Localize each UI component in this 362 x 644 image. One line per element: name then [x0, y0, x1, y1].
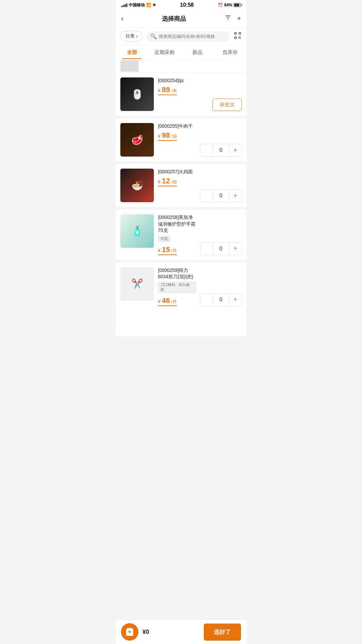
- product-price-0000257: ¥ 12 /袋: [158, 177, 196, 186]
- qty-minus-0000258[interactable]: [200, 243, 213, 255]
- product-img-0000259: ✂️: [120, 267, 154, 301]
- search-input-wrap: 🔍: [146, 31, 230, 42]
- product-price-0000259: ¥ 46 /件: [158, 296, 196, 306]
- product-action-0000257: 0 +: [200, 189, 242, 202]
- tab-negative[interactable]: 负库存: [214, 45, 247, 59]
- product-name-0000259: [0000259]得力6034剪刀(混)(把): [158, 267, 196, 280]
- qty-plus-0000258[interactable]: +: [229, 243, 241, 255]
- product-action-0000254: 录批次: [213, 99, 242, 111]
- qty-minus-0000257[interactable]: [200, 190, 213, 202]
- cart-total: ¥0: [142, 629, 200, 636]
- product-img-0000257: 🍜: [120, 169, 154, 202]
- product-item-0000258: 🧴 [0000258]美加净滋润修护型护手霜75克 75克 ¥ 15 /件 0 …: [116, 210, 246, 260]
- status-time: 10:58: [180, 2, 194, 8]
- svg-rect-4: [239, 33, 241, 34]
- qty-value-0000257: 0: [213, 191, 229, 201]
- product-name-0000258: [0000258]美加净滋润修护型护手霜75克: [158, 214, 196, 234]
- carrier-label: 中国移动: [129, 2, 145, 8]
- product-item-0000259: ✂️ [0000259]得力6034剪刀(混)(把) 刀口锋利、经久耐用、 ¥ …: [116, 262, 246, 336]
- qty-plus-0000257[interactable]: +: [229, 190, 241, 202]
- search-row: 分类 › 🔍: [116, 27, 246, 45]
- product-info-0000254: [0000254]qs ¥ 89 /米: [158, 77, 208, 95]
- sync-icon: ✳: [153, 3, 156, 7]
- signal-icon: [121, 3, 127, 7]
- product-img-0000258: 🧴: [120, 214, 154, 248]
- product-name-0000255: [0000255]牛肉干: [158, 123, 196, 130]
- qty-stepper-0000258: 0 +: [200, 242, 242, 255]
- qty-minus-0000259[interactable]: [200, 294, 213, 306]
- product-info-0000259: [0000259]得力6034剪刀(混)(把) 刀口锋利、经久耐用、 ¥ 46 …: [158, 267, 196, 306]
- product-action-0000259: 0 +: [200, 293, 242, 306]
- add-button[interactable]: +: [237, 15, 241, 22]
- svg-line-8: [240, 38, 241, 39]
- qty-stepper-0000255: 0 +: [200, 144, 242, 157]
- qty-value-0000255: 0: [213, 145, 229, 155]
- product-info-0000257: [0000257]火鸡面 ¥ 12 /袋: [158, 169, 196, 186]
- cart-icon-button[interactable]: [121, 623, 138, 641]
- tab-all[interactable]: 全部: [116, 45, 148, 59]
- wifi-icon: 📶: [146, 3, 151, 7]
- status-right: ⏰ 84%: [218, 3, 241, 7]
- filter-icon[interactable]: [224, 14, 232, 23]
- cart-icon: [125, 627, 134, 637]
- tabs-row: 全部 近期采购 新品 负库存: [116, 45, 246, 59]
- qty-value-0000258: 0: [213, 244, 229, 254]
- category-button[interactable]: 分类 ›: [120, 31, 143, 42]
- qty-stepper-0000259: 0 +: [200, 293, 242, 306]
- product-item-0000257: 🍜 [0000257]火鸡面 ¥ 12 /袋 0 +: [116, 164, 246, 207]
- product-list: 🖱️ [0000254]qs ¥ 89 /米 录批次 🥩 [0000255]牛肉…: [116, 73, 246, 336]
- status-left: 中国移动 📶 ✳: [121, 2, 156, 8]
- battery-icon: [234, 3, 241, 7]
- product-info-0000255: [0000255]牛肉干 ¥ 98 /袋: [158, 123, 196, 141]
- product-tag-0000258: 75克: [158, 236, 170, 242]
- search-icon: 🔍: [150, 33, 157, 40]
- scan-icon[interactable]: [234, 32, 242, 41]
- tab-recent[interactable]: 近期采购: [148, 45, 181, 59]
- back-button[interactable]: ‹: [121, 14, 123, 23]
- alarm-icon: ⏰: [218, 3, 223, 7]
- product-tag-0000259: 刀口锋利、经久耐用、: [158, 282, 196, 293]
- header: ‹ 选择商品 +: [116, 10, 246, 27]
- product-img-0000255: 🥩: [120, 123, 154, 157]
- bottom-bar: ¥0 选好了: [116, 620, 246, 644]
- product-name-0000257: [0000257]火鸡面: [158, 169, 196, 175]
- qty-plus-0000255[interactable]: +: [229, 144, 241, 156]
- product-item-0000254: 🖱️ [0000254]qs ¥ 89 /米 录批次: [116, 73, 246, 116]
- status-bar: 中国移动 📶 ✳ 10:58 ⏰ 84%: [116, 0, 246, 10]
- product-price-0000258: ¥ 15 /件: [158, 245, 196, 255]
- page-title: 选择商品: [162, 15, 186, 23]
- qty-minus-0000255[interactable]: [200, 144, 213, 156]
- product-name-0000254: [0000254]qs: [158, 77, 208, 84]
- svg-rect-5: [235, 37, 236, 39]
- partial-product-row: [116, 59, 246, 73]
- product-action-0000255: 0 +: [200, 144, 242, 157]
- confirm-button[interactable]: 选好了: [204, 624, 241, 641]
- qty-stepper-0000257: 0 +: [200, 189, 242, 202]
- batch-button-0000254[interactable]: 录批次: [213, 99, 242, 111]
- partial-product-img: [120, 60, 139, 72]
- product-item-0000255: 🥩 [0000255]牛肉干 ¥ 98 /袋 0 +: [116, 118, 246, 161]
- product-price-0000255: ¥ 98 /袋: [158, 131, 196, 141]
- battery-pct: 84%: [224, 3, 232, 7]
- product-info-0000258: [0000258]美加净滋润修护型护手霜75克 75克 ¥ 15 /件: [158, 214, 196, 255]
- product-action-0000258: 0 +: [200, 242, 242, 255]
- product-price-0000254: ¥ 89 /米: [158, 85, 208, 95]
- tab-new[interactable]: 新品: [181, 45, 214, 59]
- search-input[interactable]: [159, 34, 226, 39]
- product-img-0000254: 🖱️: [120, 77, 154, 111]
- header-actions: +: [224, 14, 241, 23]
- svg-rect-3: [235, 33, 236, 34]
- qty-plus-0000259[interactable]: +: [229, 294, 241, 306]
- qty-value-0000259: 0: [213, 295, 229, 305]
